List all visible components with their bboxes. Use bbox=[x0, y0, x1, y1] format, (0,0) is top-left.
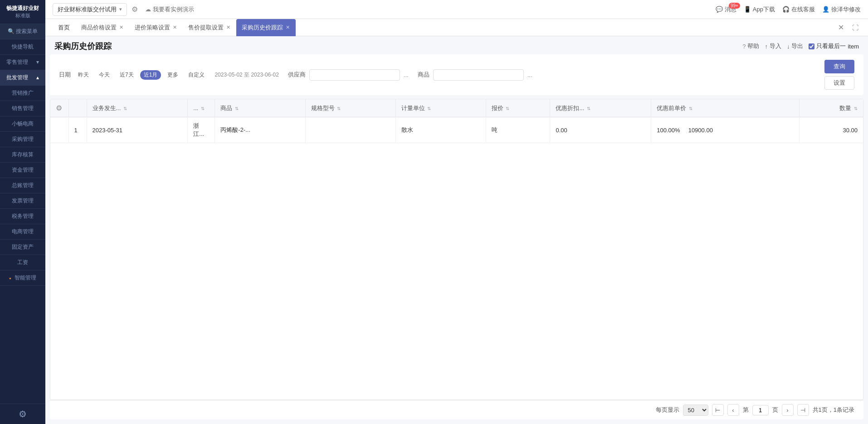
date-option-7days[interactable]: 近7天 bbox=[116, 70, 137, 80]
close-icon[interactable]: ✕ bbox=[286, 24, 290, 30]
sidebar-item-invoice[interactable]: 发票管理 bbox=[0, 193, 45, 209]
date-option-1month[interactable]: 近1月 bbox=[140, 70, 161, 80]
goods-filter: 商品 ... bbox=[418, 69, 532, 81]
chevron-down-icon: ▾ bbox=[36, 59, 39, 65]
sidebar-item-tax[interactable]: 税务管理 bbox=[0, 209, 45, 224]
col-date[interactable]: 业务发生... ⇅ bbox=[87, 99, 188, 117]
app-title: 畅捷通好业财 bbox=[4, 5, 42, 12]
pagination-summary: 共1页，1条记录 bbox=[813, 406, 854, 414]
version-selector[interactable]: 好业财标准版交付试用 ▾ bbox=[53, 3, 127, 16]
sidebar-item-ecommerce[interactable]: 电商管理 bbox=[0, 224, 45, 240]
online-service-btn[interactable]: 🎧 在线客服 bbox=[782, 5, 815, 14]
export-btn[interactable]: ↓ 导出 bbox=[787, 42, 804, 50]
close-icon[interactable]: ✕ bbox=[173, 24, 177, 30]
col-index bbox=[68, 99, 87, 117]
col-spec[interactable]: 规格型号 ⇅ bbox=[305, 99, 395, 117]
tab-label: 商品价格设置 bbox=[81, 24, 117, 32]
sort-icon: ⇅ bbox=[123, 106, 127, 111]
page-last-btn[interactable]: ⊣ bbox=[797, 404, 809, 416]
col-discount[interactable]: 优惠折扣... ⇅ bbox=[550, 99, 651, 117]
goods-label: 商品 bbox=[418, 71, 429, 79]
col-pre-discount-price[interactable]: 优惠前单价 ⇅ bbox=[651, 99, 799, 117]
message-btn[interactable]: 💬 消息 99+ bbox=[716, 5, 736, 14]
topbar-gear-btn[interactable]: ⚙ bbox=[132, 5, 138, 14]
page-next-btn[interactable]: › bbox=[782, 404, 794, 416]
user-profile-btn[interactable]: 👤 徐泽华修改 bbox=[822, 5, 861, 14]
col-pre-discount-label: 优惠前单价 bbox=[657, 105, 686, 111]
date-option-today[interactable]: 今天 bbox=[95, 70, 113, 80]
page-first-btn[interactable]: ⊢ bbox=[712, 404, 724, 416]
tab-home[interactable]: 首页 bbox=[53, 19, 76, 36]
only-last-item-checkbox-wrapper: 只看最后一 item bbox=[809, 42, 859, 50]
filter-settings-button[interactable]: 设置 bbox=[824, 76, 854, 90]
sidebar-item-label: 工资 bbox=[17, 259, 28, 265]
close-icon[interactable]: ✕ bbox=[226, 24, 230, 30]
sort-icon: ⇅ bbox=[854, 106, 858, 111]
col-unit[interactable]: 计量单位 ⇅ bbox=[395, 99, 486, 117]
goods-input[interactable] bbox=[433, 69, 524, 81]
gear-icon: ⚙ bbox=[132, 5, 138, 13]
settings-icon[interactable]: ⚙ bbox=[56, 104, 62, 112]
col-extra[interactable]: ... ⇅ bbox=[188, 99, 215, 117]
col-goods[interactable]: 商品 ⇅ bbox=[215, 99, 305, 117]
import-btn[interactable]: ↑ 导入 bbox=[765, 42, 781, 50]
page-header: 采购历史价跟踪 ? 帮助 ↑ 导入 ↓ 导出 只看最后一 item bbox=[45, 36, 868, 54]
sidebar-item-marketing[interactable]: 营销推广 bbox=[0, 86, 45, 101]
page-prev-btn[interactable]: ‹ bbox=[727, 404, 739, 416]
date-option-yesterday[interactable]: 昨天 bbox=[74, 70, 93, 80]
sidebar-item-retail[interactable]: 零售管理 ▾ bbox=[0, 55, 45, 70]
help-btn[interactable]: ? 帮助 bbox=[742, 42, 759, 50]
tab-history-price[interactable]: 采购历史价跟踪 ✕ bbox=[236, 19, 296, 36]
supplier-input[interactable] bbox=[309, 69, 400, 81]
only-last-item-checkbox[interactable] bbox=[809, 43, 814, 49]
demo-link[interactable]: ☁ 我要看实例演示 bbox=[145, 5, 194, 14]
sidebar-item-label: 采购管理 bbox=[12, 136, 34, 142]
sidebar-item-ledger[interactable]: 总账管理 bbox=[0, 178, 45, 193]
goods-ellipsis[interactable]: ... bbox=[527, 72, 532, 78]
cell-spec bbox=[305, 117, 395, 143]
sidebar: 畅捷通好业财 标准版 🔍 搜索菜单 快捷导航 零售管理 ▾ 批发管理 ▴ 营销推… bbox=[0, 0, 45, 424]
tab-label: 首页 bbox=[58, 24, 70, 32]
sidebar-item-payroll[interactable]: 工资 bbox=[0, 255, 45, 270]
table-row: 1 2023-05-31 浙江... 丙烯酸-2-... 散水 吨 0.00 1… bbox=[50, 117, 863, 143]
sidebar-item-wholesale[interactable]: 批发管理 ▴ bbox=[0, 70, 45, 86]
sidebar-settings-btn[interactable]: ⚙ bbox=[0, 404, 45, 424]
tabbar-expand-btn[interactable]: ⛶ bbox=[850, 22, 861, 33]
close-icon[interactable]: ✕ bbox=[119, 24, 123, 30]
sidebar-item-sales[interactable]: 销售管理 bbox=[0, 101, 45, 116]
supplier-label: 供应商 bbox=[288, 71, 306, 79]
supplier-ellipsis[interactable]: ... bbox=[404, 72, 409, 78]
sort-icon: ⇅ bbox=[689, 106, 692, 111]
query-button[interactable]: 查询 bbox=[824, 60, 854, 73]
sidebar-item-label: 总账管理 bbox=[12, 182, 34, 188]
search-menu[interactable]: 🔍 搜索菜单 bbox=[0, 24, 45, 39]
page-input[interactable] bbox=[752, 405, 769, 415]
sidebar-item-quick-nav[interactable]: 快捷导航 bbox=[0, 39, 45, 55]
date-option-more[interactable]: 更多 bbox=[164, 70, 182, 80]
sidebar-item-label: 库存核算 bbox=[12, 151, 34, 158]
tabbar-close-btn[interactable]: ✕ bbox=[835, 22, 846, 33]
tab-purchase-strategy[interactable]: 进价策略设置 ✕ bbox=[129, 19, 183, 36]
sidebar-item-finance[interactable]: 资金管理 bbox=[0, 163, 45, 178]
quick-nav-label: 快捷导航 bbox=[12, 43, 34, 50]
per-page-select[interactable]: 50 100 200 bbox=[683, 405, 708, 416]
sort-icon: ⇅ bbox=[427, 106, 431, 111]
topbar: 好业财标准版交付试用 ▾ ⚙ ☁ 我要看实例演示 💬 消息 99+ 📱 App下… bbox=[45, 0, 868, 19]
chevron-down-icon: ▾ bbox=[119, 6, 122, 12]
sidebar-item-purchase[interactable]: 采购管理 bbox=[0, 132, 45, 147]
export-label: 导出 bbox=[791, 42, 803, 50]
sidebar-item-small-ecommerce[interactable]: 小畅电商 bbox=[0, 116, 45, 132]
tab-sell-price[interactable]: 售价提取设置 ✕ bbox=[183, 19, 236, 36]
sidebar-item-smart[interactable]: ● 智能管理 bbox=[0, 270, 45, 286]
sort-icon: ⇅ bbox=[235, 106, 239, 111]
sidebar-item-inventory[interactable]: 库存核算 bbox=[0, 147, 45, 163]
col-settings[interactable]: ⚙ bbox=[50, 99, 68, 117]
tab-price[interactable]: 商品价格设置 ✕ bbox=[76, 19, 129, 36]
message-icon: 💬 bbox=[716, 6, 723, 13]
app-download-btn[interactable]: 📱 App下载 bbox=[744, 5, 775, 14]
col-quote[interactable]: 报价 ⇅ bbox=[486, 99, 550, 117]
date-option-custom[interactable]: 自定义 bbox=[185, 70, 208, 80]
col-quantity[interactable]: 数量 ⇅ bbox=[799, 99, 863, 117]
pagination-bar: 每页显示 50 100 200 ⊢ ‹ 第 页 › ⊣ 共1页，1条记录 bbox=[50, 400, 863, 419]
sidebar-item-fixed-assets[interactable]: 固定资产 bbox=[0, 240, 45, 255]
